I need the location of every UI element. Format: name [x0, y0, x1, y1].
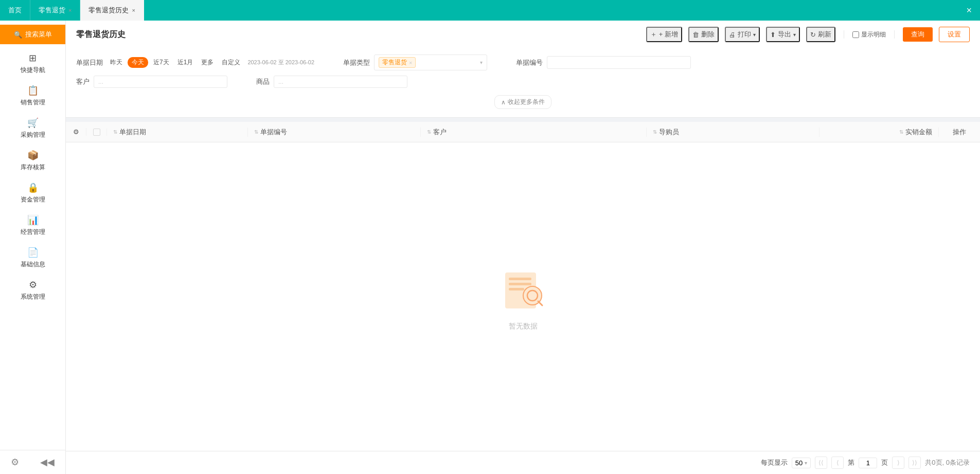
settings-col-icon: ⚙: [73, 128, 79, 136]
th-checkbox[interactable]: [86, 129, 107, 136]
sidebar-item-quick-nav[interactable]: ⊞ 快捷导航: [0, 46, 65, 79]
customer-filter-select[interactable]: ...: [94, 76, 227, 88]
total-info: 共0页, 0条记录: [925, 458, 970, 467]
filter-row-2: 客户 ... 商品 ...: [76, 76, 970, 88]
refresh-button[interactable]: ↻ 刷新: [806, 27, 835, 42]
print-chevron-icon: ▾: [753, 32, 756, 38]
export-label: 导出: [778, 30, 791, 39]
type-tag-text: 零售退货: [382, 58, 407, 67]
topbar-close-button[interactable]: ×: [958, 5, 980, 16]
th-no: ⇅ 单据编号: [248, 127, 421, 137]
export-chevron-icon: ▾: [793, 32, 796, 38]
sidebar-item-basic-info-label: 基础信息: [21, 260, 45, 269]
svg-line-6: [538, 301, 542, 305]
print-icon: 🖨: [729, 31, 736, 39]
toolbar-divider: [844, 30, 844, 39]
empty-state: 暂无数据: [66, 142, 980, 451]
collapse-row: ∧ 收起更多条件: [76, 93, 970, 111]
show-detail-checkbox[interactable]: [852, 31, 859, 38]
type-filter-select[interactable]: 零售退货 × ▾: [374, 54, 487, 70]
type-filter-item: 单据类型 零售退货 × ▾: [343, 54, 487, 70]
th-date: ⇅ 单据日期: [107, 127, 248, 137]
date-btn-7days[interactable]: 近7天: [150, 57, 172, 68]
search-icon: 🔍: [14, 31, 22, 39]
print-button[interactable]: 🖨 打印 ▾: [725, 27, 760, 42]
sidebar-item-finance[interactable]: 🔒 资金管理: [0, 176, 65, 208]
empty-illustration: [497, 262, 549, 314]
basic-info-icon: 📄: [27, 247, 39, 258]
sidebar-item-quick-nav-label: 快捷导航: [21, 66, 45, 75]
th-action: 操作: [939, 127, 980, 137]
sidebar-item-system-label: 系统管理: [21, 293, 45, 301]
type-tag-remove[interactable]: ×: [409, 60, 412, 66]
th-action-label: 操作: [953, 127, 966, 137]
sidebar-item-inventory[interactable]: 📦 库存核算: [0, 143, 65, 176]
date-btn-yesterday[interactable]: 昨天: [107, 57, 126, 68]
sidebar-item-system[interactable]: ⚙ 系统管理: [0, 273, 65, 305]
sort-no-icon[interactable]: ⇅: [254, 129, 258, 135]
date-btn-today[interactable]: 今天: [128, 57, 148, 68]
date-btn-custom[interactable]: 自定义: [219, 57, 243, 68]
date-btn-1month[interactable]: 近1月: [174, 57, 197, 68]
th-settings[interactable]: ⚙: [66, 128, 86, 136]
th-amount-label: 实销金额: [905, 127, 932, 137]
per-page-value: 50: [795, 459, 803, 467]
table-container: ⚙ ⇅ 单据日期 ⇅ 单据编号 ⇅ 客户 ⇅: [66, 122, 980, 474]
delete-button[interactable]: 🗑 删除: [688, 27, 719, 42]
sidebar-item-finance-label: 资金管理: [21, 195, 45, 204]
tab-retail-return[interactable]: 零售退货 ×: [30, 0, 80, 21]
tab-retail-return-close[interactable]: ×: [68, 7, 72, 13]
sidebar-item-purchase-mgmt[interactable]: 🛒 采购管理: [0, 111, 65, 143]
operation-icon: 📊: [27, 214, 39, 226]
settings-bottom-icon[interactable]: ⚙: [11, 457, 19, 468]
settings-button[interactable]: 设置: [939, 27, 970, 42]
sales-mgmt-icon: 📋: [27, 85, 39, 96]
query-button[interactable]: 查询: [903, 27, 933, 42]
page-prev-button[interactable]: ⟨: [831, 457, 844, 469]
sidebar: 🔍 搜索菜单 ⊞ 快捷导航 📋 销售管理 🛒 采购管理 📦 库存核算 🔒 资金管…: [0, 21, 66, 474]
system-icon: ⚙: [29, 279, 37, 290]
topbar: 首页 零售退货 × 零售退货历史 × ×: [0, 0, 980, 21]
sidebar-item-operation[interactable]: 📊 经营管理: [0, 208, 65, 241]
select-all-checkbox[interactable]: [93, 129, 100, 136]
date-btn-more[interactable]: 更多: [198, 57, 217, 68]
sort-customer-icon[interactable]: ⇅: [427, 129, 431, 135]
sidebar-item-sales-mgmt-label: 销售管理: [21, 98, 45, 107]
tab-home[interactable]: 首页: [0, 0, 30, 21]
export-icon: ⬆: [770, 31, 776, 39]
volume-bottom-icon[interactable]: ◀◀: [40, 457, 55, 468]
goods-filter-select[interactable]: ...: [274, 76, 407, 88]
per-page-select[interactable]: 50 ▾: [792, 458, 811, 468]
goods-filter-label: 商品: [256, 77, 270, 86]
sort-guide-icon[interactable]: ⇅: [653, 129, 657, 135]
date-range-text: 2023-06-02 至 2023-06-02: [247, 59, 314, 66]
sort-date-icon[interactable]: ⇅: [113, 129, 117, 135]
goods-placeholder: ...: [278, 78, 283, 85]
page-next-button[interactable]: ⟩: [892, 457, 904, 469]
inventory-icon: 📦: [27, 150, 39, 161]
show-detail-label[interactable]: 显示明细: [852, 30, 886, 39]
type-filter-label: 单据类型: [343, 58, 370, 67]
sidebar-item-basic-info[interactable]: 📄 基础信息: [0, 241, 65, 273]
goods-filter-item: 商品 ...: [256, 76, 407, 88]
th-customer-label: 客户: [433, 127, 447, 137]
sidebar-search[interactable]: 🔍 搜索菜单: [0, 25, 65, 44]
sort-amount-icon[interactable]: ⇅: [899, 129, 903, 135]
delete-icon: 🗑: [692, 31, 699, 39]
tab-retail-return-history-close[interactable]: ×: [132, 7, 135, 13]
tab-retail-return-history[interactable]: 零售退货历史 ×: [80, 0, 144, 21]
empty-text: 暂无数据: [509, 322, 538, 331]
toolbar-divider-2: [894, 30, 895, 39]
page-header: 零售退货历史 ＋ + 新增 🗑 删除 🖨 打印 ▾: [66, 21, 980, 118]
svg-rect-3: [509, 288, 524, 290]
per-page-chevron: ▾: [805, 460, 807, 466]
export-button[interactable]: ⬆ 导出 ▾: [766, 27, 800, 42]
topbar-tabs: 首页 零售退货 × 零售退货历史 ×: [0, 0, 958, 21]
collapse-button[interactable]: ∧ 收起更多条件: [494, 95, 551, 109]
sidebar-item-sales-mgmt[interactable]: 📋 销售管理: [0, 79, 65, 111]
page-first-button[interactable]: ⟨⟨: [815, 457, 827, 469]
number-filter-input[interactable]: [547, 56, 691, 69]
page-last-button[interactable]: ⟩⟩: [908, 457, 921, 469]
new-button[interactable]: ＋ + 新增: [646, 27, 682, 42]
page-input[interactable]: [859, 458, 877, 468]
